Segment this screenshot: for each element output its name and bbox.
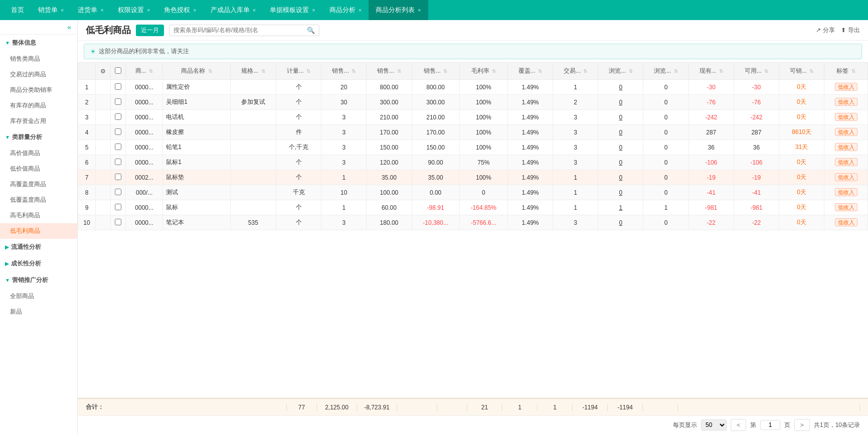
sidebar-section-流通性分析[interactable]: ▶流通性分析 — [0, 239, 77, 255]
nav-item-首页[interactable]: 首页 — [4, 0, 31, 20]
sidebar-item-库存资金占用[interactable]: 库存资金占用 — [0, 113, 77, 129]
col-header-spec[interactable]: 规格... ⇅ — [230, 63, 276, 80]
col-header-sales_profit[interactable]: 销售... ⇅ — [412, 63, 459, 80]
row-checkbox[interactable] — [115, 83, 121, 90]
page-size-select[interactable]: 50 100 200 — [701, 419, 727, 430]
export-button[interactable]: ⬆ 导出 — [841, 26, 860, 35]
row-browse1[interactable]: 1 — [598, 200, 643, 215]
nav-close-icon[interactable]: × — [312, 7, 315, 13]
nav-close-icon[interactable]: × — [147, 7, 150, 13]
row-checkbox[interactable] — [115, 189, 121, 195]
page-number-input[interactable] — [760, 420, 780, 430]
col-header-available[interactable]: 可用... ⇅ — [734, 63, 779, 80]
select-all-checkbox[interactable] — [115, 67, 121, 74]
nav-close-icon[interactable]: × — [193, 7, 196, 13]
col-header-sales_qty[interactable]: 销售... ⇅ — [321, 63, 367, 80]
nav-item-产成品入库单[interactable]: 产成品入库单× — [204, 0, 263, 20]
row-transactions: 3 — [553, 110, 598, 125]
row-browse1[interactable]: 0 — [598, 80, 643, 95]
col-header-settings[interactable]: ⚙ — [96, 63, 111, 80]
sidebar-section-类群量分析[interactable]: ▼类群量分析 — [0, 129, 77, 146]
nav-close-icon[interactable]: × — [100, 7, 103, 13]
row-browse1[interactable]: 0 — [598, 140, 643, 155]
row-coverage: 1.49% — [507, 200, 553, 215]
search-icon[interactable]: 🔍 — [307, 27, 315, 34]
sidebar-section-成长性分析[interactable]: ▶成长性分析 — [0, 255, 77, 272]
nav-item-权限设置[interactable]: 权限设置× — [111, 0, 157, 20]
sidebar-item-高价值商品[interactable]: 高价值商品 — [0, 146, 77, 161]
sidebar-section-整体信息[interactable]: ▼整体信息 — [0, 35, 77, 51]
row-browse1[interactable]: 0 — [598, 110, 643, 125]
row-number: 8 — [78, 185, 96, 200]
col-header-browse1[interactable]: 浏览... ⇅ — [598, 63, 643, 80]
row-checkbox[interactable] — [115, 98, 121, 105]
row-sales-price: 100.00 — [367, 185, 412, 200]
search-input[interactable] — [173, 27, 307, 34]
time-filter-button[interactable]: 近一月 — [136, 25, 164, 36]
sidebar-section-营销推广分析[interactable]: ▼营销推广分析 — [0, 272, 77, 288]
row-checkbox[interactable] — [115, 219, 121, 225]
row-settings — [96, 140, 111, 155]
row-checkbox-cell — [111, 185, 126, 200]
row-browse1[interactable]: 0 — [598, 95, 643, 110]
row-browse1[interactable]: 0 — [598, 185, 643, 200]
sidebar-item-高毛利商品[interactable]: 高毛利商品 — [0, 208, 77, 223]
row-checkbox[interactable] — [115, 143, 121, 150]
nav-item-单据模板设置[interactable]: 单据模板设置× — [263, 0, 322, 20]
nav-close-icon[interactable]: × — [418, 7, 421, 13]
nav-close-icon[interactable]: × — [61, 7, 64, 13]
nav-close-icon[interactable]: × — [253, 7, 256, 13]
col-header-sales_price[interactable]: 销售... ⇅ — [367, 63, 412, 80]
row-sales-price: 800.00 — [367, 80, 412, 95]
col-header-gross_margin[interactable]: 毛利率 ⇅ — [459, 63, 507, 80]
row-browse1[interactable]: 0 — [598, 125, 643, 140]
nav-item-商品分析[interactable]: 商品分析× — [322, 0, 369, 20]
table-row: 8000/...测试千克10100.000.0001.49%100-41-410… — [78, 185, 868, 200]
nav-item-角色授权[interactable]: 角色授权× — [157, 0, 203, 20]
row-browse1[interactable]: 0 — [598, 155, 643, 170]
row-settings — [96, 200, 111, 215]
row-saleable: 31天 — [779, 140, 824, 155]
row-browse1[interactable]: 0 — [598, 215, 643, 230]
sidebar-item-全部商品[interactable]: 全部商品 — [0, 288, 77, 304]
col-header-tag[interactable]: 标签 ⇅ — [824, 63, 868, 80]
sidebar-item-低覆盖度商品[interactable]: 低覆盖度商品 — [0, 192, 77, 208]
row-current-stock: -981 — [688, 200, 734, 215]
row-checkbox[interactable] — [115, 174, 121, 180]
row-checkbox[interactable] — [115, 159, 121, 165]
col-header-browse2[interactable]: 浏览... ⇅ — [643, 63, 688, 80]
sidebar-item-低价值商品[interactable]: 低价值商品 — [0, 161, 77, 177]
nav-item-销货单[interactable]: 销货单× — [31, 0, 71, 20]
sidebar-item-低毛利商品[interactable]: 低毛利商品 — [0, 223, 77, 239]
nav-item-进货单[interactable]: 进货单× — [71, 0, 110, 20]
col-header-name[interactable]: 商品名称 ⇅ — [163, 63, 231, 80]
col-header-transactions[interactable]: 交易... ⇅ — [553, 63, 598, 80]
col-header-code[interactable]: 商... ⇅ — [126, 63, 163, 80]
tag-badge: 低收入 — [835, 83, 857, 91]
sidebar-item-高覆盖度商品[interactable]: 高覆盖度商品 — [0, 177, 77, 192]
row-browse1[interactable]: 0 — [598, 170, 643, 185]
sidebar-item-销售类商品[interactable]: 销售类商品 — [0, 51, 77, 67]
nav-close-icon[interactable]: × — [359, 7, 362, 13]
row-checkbox[interactable] — [115, 204, 121, 210]
sidebar-item-交易过的商品[interactable]: 交易过的商品 — [0, 67, 77, 82]
settings-icon[interactable]: ⚙ — [100, 68, 106, 75]
row-number: 6 — [78, 155, 96, 170]
row-current-stock: -19 — [688, 170, 734, 185]
col-header-unit[interactable]: 计量... ⇅ — [276, 63, 321, 80]
table-row: 20000...吴细细1参加复试个30300.00300.00100%1.49%… — [78, 95, 868, 110]
col-header-saleable[interactable]: 可销... ⇅ — [779, 63, 824, 80]
sidebar-item-新品[interactable]: 新品 — [0, 304, 77, 320]
col-header-coverage[interactable]: 覆盖... ⇅ — [507, 63, 553, 80]
row-checkbox[interactable] — [115, 128, 121, 135]
next-page-button[interactable]: ＞ — [794, 419, 810, 431]
sidebar-item-有库存的商品[interactable]: 有库存的商品 — [0, 98, 77, 113]
share-button[interactable]: ↗ 分享 — [816, 26, 835, 35]
prev-page-button[interactable]: ＜ — [731, 419, 746, 431]
col-header-current_stock[interactable]: 现有... ⇅ — [688, 63, 734, 80]
sidebar-item-商品分类助销率[interactable]: 商品分类助销率 — [0, 82, 77, 98]
col-header-checkbox[interactable] — [111, 63, 126, 80]
row-checkbox[interactable] — [115, 113, 121, 120]
nav-item-商品分析列表[interactable]: 商品分析列表× — [369, 0, 428, 20]
sidebar-collapse-btn[interactable]: « — [65, 23, 73, 31]
